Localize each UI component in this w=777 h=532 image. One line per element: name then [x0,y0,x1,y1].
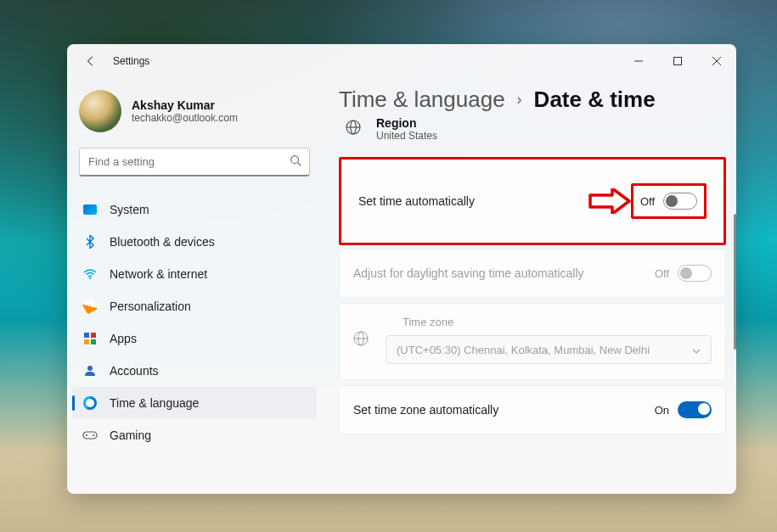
user-email: techakko@outlook.com [132,112,238,124]
set-tz-auto-toggle-group: On [655,401,712,418]
toggle-state-text: On [655,404,669,417]
minimize-button[interactable] [619,48,658,75]
svg-rect-1 [674,58,682,65]
sidebar-item-label: Gaming [110,428,151,442]
set-tz-auto-card: Set time zone automatically On [339,385,726,434]
page-title: Date & time [534,87,656,113]
chevron-right-icon: › [517,91,522,109]
sidebar-item-label: Apps [110,332,137,345]
timezone-label: Time zone [403,316,712,328]
dst-auto-label: Adjust for daylight saving time automati… [353,266,584,280]
toggle-state-text: Off [655,267,669,280]
svg-point-7 [86,434,87,436]
set-tz-auto-toggle[interactable] [678,401,712,418]
gaming-icon [82,428,98,443]
sidebar-item-label: Time & language [110,396,199,410]
sidebar-item-time-language[interactable]: Time & language [72,387,317,419]
back-button[interactable] [77,48,104,75]
nav-list: System Bluetooth & devices Network & int… [72,193,317,451]
apps-icon [82,331,98,346]
bluetooth-icon [82,234,98,249]
breadcrumb-parent[interactable]: Time & language [339,87,505,113]
search-icon [290,154,301,170]
sidebar-item-personalization[interactable]: Personalization [72,290,317,322]
sidebar-item-gaming[interactable]: Gaming [72,419,317,451]
settings-window: Settings Akshay Kumar techakko@outlook.c… [67,44,736,494]
set-time-auto-toggle-group: Off [631,183,707,219]
sidebar-item-label: Accounts [110,364,159,378]
dst-auto-card: Adjust for daylight saving time automati… [339,249,726,298]
time-language-icon [82,395,98,411]
set-time-auto-label: Set time automatically [358,194,475,208]
accounts-icon [82,363,98,378]
region-value: United States [376,130,437,142]
sidebar-item-accounts[interactable]: Accounts [72,355,317,387]
sidebar-item-network[interactable]: Network & internet [72,258,317,290]
set-time-auto-card: Set time automatically Off [339,157,726,245]
region-row[interactable]: Region United States [346,116,736,142]
chevron-down-icon [692,344,701,356]
toggle-state-text: Off [640,195,655,208]
scrollbar[interactable] [733,112,736,494]
sidebar-item-bluetooth[interactable]: Bluetooth & devices [72,226,317,258]
close-button[interactable] [697,48,736,75]
avatar [79,90,121,132]
svg-rect-6 [83,432,97,439]
sidebar: Akshay Kumar techakko@outlook.com System [67,78,322,494]
breadcrumb: Time & language › Date & time [339,87,736,113]
region-label: Region [376,116,437,130]
timezone-value: (UTC+05:30) Chennai, Kolkata, Mumbai, Ne… [397,344,650,356]
sidebar-item-label: System [110,203,149,216]
sidebar-item-system[interactable]: System [72,193,317,226]
sidebar-item-label: Bluetooth & devices [110,235,215,249]
dst-auto-toggle [678,265,712,282]
search-input[interactable] [79,148,310,176]
dst-auto-toggle-group: Off [655,265,712,282]
timezone-card: Time zone (UTC+05:30) Chennai, Kolkata, … [339,303,726,380]
sidebar-item-apps[interactable]: Apps [72,322,317,355]
globe-icon [346,120,361,138]
svg-point-8 [93,434,94,436]
maximize-button[interactable] [658,48,697,75]
timezone-select: (UTC+05:30) Chennai, Kolkata, Mumbai, Ne… [386,335,712,364]
main-content: Time & language › Date & time Region Uni… [322,78,736,494]
scrollbar-thumb[interactable] [734,214,736,350]
sidebar-item-label: Network & internet [110,267,207,281]
user-name: Akshay Kumar [132,98,238,112]
user-account-header[interactable]: Akshay Kumar techakko@outlook.com [72,85,317,148]
svg-point-5 [87,366,93,371]
svg-point-4 [89,277,91,279]
titlebar: Settings [67,44,736,78]
system-icon [82,202,98,217]
svg-point-2 [291,156,299,164]
svg-line-3 [298,163,301,166]
personalization-icon [82,299,98,314]
timezone-globe-icon [353,331,369,350]
set-time-auto-toggle[interactable] [663,193,697,210]
set-tz-auto-label: Set time zone automatically [353,403,498,417]
annotation-arrow-icon [587,188,631,214]
sidebar-item-label: Personalization [110,300,191,313]
wifi-icon [82,266,98,282]
window-title: Settings [113,55,149,67]
